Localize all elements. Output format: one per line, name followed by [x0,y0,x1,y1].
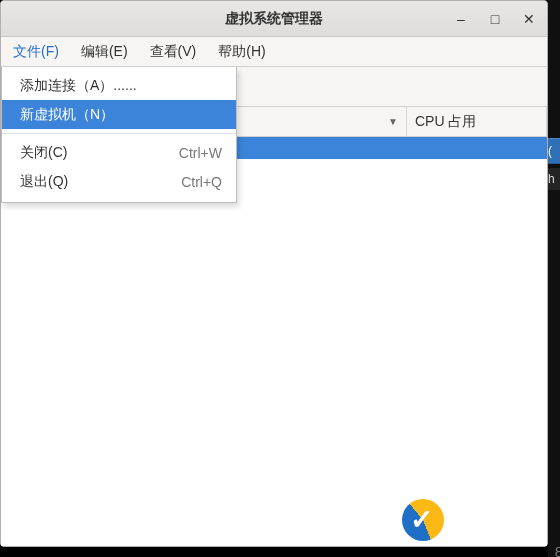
menu-item-label: 新虚拟机（N） [20,106,114,124]
menu-item-add-connection[interactable]: 添加连接（A）...... [2,71,236,100]
watermark-text-en: CDCXHL.COM [454,530,546,540]
background-fragment-1: ( [548,138,560,164]
menu-edit[interactable]: 编辑(E) [77,39,132,65]
menu-file[interactable]: 文件(F) [9,39,63,65]
background-fragment-2: h [548,168,560,190]
maximize-button[interactable]: □ [483,7,507,31]
app-window: 虚拟系统管理器 – □ ✕ 文件(F) 编辑(E) 查看(V) 帮助(H) ▼ … [0,0,548,547]
menu-separator [2,133,236,134]
window-controls: – □ ✕ [449,7,541,31]
column-cpu-label: CPU 占用 [415,113,476,131]
menu-help[interactable]: 帮助(H) [214,39,269,65]
menu-item-shortcut: Ctrl+Q [181,174,222,190]
watermark-logo-icon: ✓ [402,499,444,541]
menu-item-label: 退出(Q) [20,173,68,191]
menu-item-new-vm[interactable]: 新虚拟机（N） [2,100,236,129]
watermark: ✓ 创新互联 CDCXHL.COM [402,499,546,541]
background-corner-text: 8 [555,543,560,557]
menu-item-quit[interactable]: 退出(Q) Ctrl+Q [2,167,236,196]
minimize-button[interactable]: – [449,7,473,31]
menu-item-close[interactable]: 关闭(C) Ctrl+W [2,138,236,167]
menubar: 文件(F) 编辑(E) 查看(V) 帮助(H) [1,37,547,67]
file-menu: 添加连接（A）...... 新虚拟机（N） 关闭(C) Ctrl+W 退出(Q)… [1,67,237,203]
sort-indicator-icon: ▼ [388,116,398,127]
menu-view[interactable]: 查看(V) [146,39,201,65]
close-button[interactable]: ✕ [517,7,541,31]
watermark-text-cn: 创新互联 [454,500,546,530]
window-title: 虚拟系统管理器 [225,10,323,28]
titlebar[interactable]: 虚拟系统管理器 – □ ✕ [1,1,547,37]
check-icon: ✓ [410,503,434,536]
menu-item-label: 关闭(C) [20,144,67,162]
menu-item-shortcut: Ctrl+W [179,145,222,161]
menu-item-label: 添加连接（A）...... [20,77,137,95]
column-cpu[interactable]: CPU 占用 [407,107,547,136]
